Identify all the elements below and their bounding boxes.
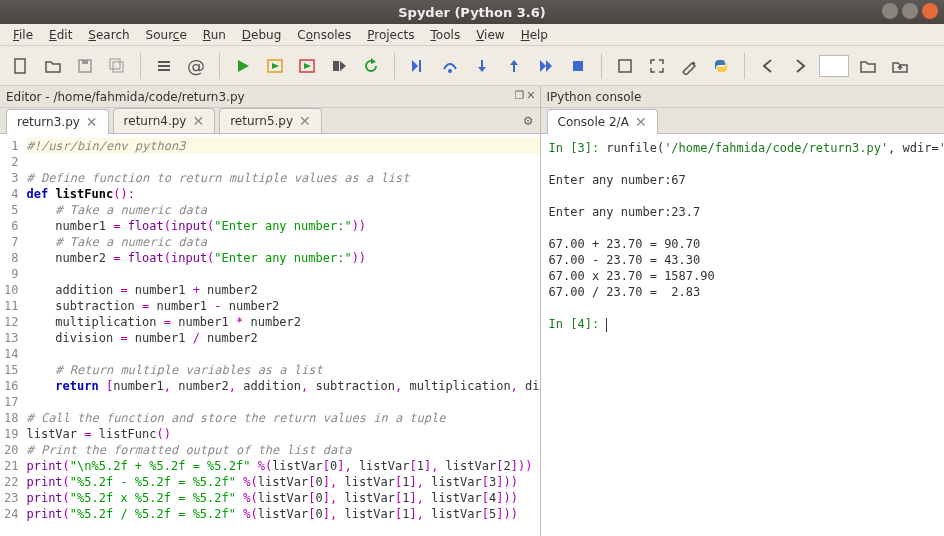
menu-run[interactable]: Run — [196, 26, 233, 44]
maximize-pane-icon[interactable] — [612, 53, 638, 79]
editor-tabbar: return3.py ✕ return4.py ✕ return5.py ✕ ⚙ — [0, 108, 540, 134]
code-line: subtraction = number1 - number2 — [26, 298, 539, 314]
save-icon[interactable] — [72, 53, 98, 79]
code-line: # Return multiple variables as a list — [26, 362, 539, 378]
tab-label: return4.py — [124, 114, 187, 128]
svg-rect-3 — [110, 59, 120, 69]
rerun-icon[interactable] — [358, 53, 384, 79]
code-line: multiplication = number1 * number2 — [26, 314, 539, 330]
code-line: print("\n%5.2f + %5.2f = %5.2f" %(listVa… — [26, 458, 539, 474]
svg-marker-23 — [540, 60, 546, 72]
new-file-icon[interactable] — [8, 53, 34, 79]
run-cell-icon[interactable] — [262, 53, 288, 79]
code-line: number2 = float(input("Enter any number:… — [26, 250, 539, 266]
list-icon[interactable] — [151, 53, 177, 79]
svg-marker-10 — [272, 63, 279, 69]
back-icon[interactable] — [755, 53, 781, 79]
code-editor[interactable]: 123456789101112131415161718192021222324 … — [0, 134, 540, 536]
close-tab-icon[interactable]: ✕ — [635, 114, 647, 130]
preferences-icon[interactable] — [676, 53, 702, 79]
menu-source[interactable]: Source — [139, 26, 194, 44]
code-line — [26, 154, 539, 170]
svg-point-18 — [448, 69, 452, 73]
code-line: # Print the formatted output of the list… — [26, 442, 539, 458]
menu-file[interactable]: File — [6, 26, 40, 44]
code-line: # Define function to return multiple val… — [26, 170, 539, 186]
menu-debug[interactable]: Debug — [235, 26, 288, 44]
restore-icon[interactable]: ❐ — [514, 89, 524, 102]
code-line: # Take a numeric data — [26, 202, 539, 218]
run-selection-icon[interactable] — [326, 53, 352, 79]
close-icon[interactable] — [922, 3, 938, 19]
open-file-icon[interactable] — [40, 53, 66, 79]
python-path-icon[interactable] — [708, 53, 734, 79]
menu-tools[interactable]: Tools — [424, 26, 468, 44]
tab-return5[interactable]: return5.py ✕ — [219, 108, 322, 133]
svg-rect-25 — [573, 61, 583, 71]
tab-return4[interactable]: return4.py ✕ — [113, 108, 216, 133]
console-pane-header: IPython console ❐✕ — [541, 86, 944, 108]
code-line: # Call the function and store the return… — [26, 410, 539, 426]
minimize-icon[interactable] — [882, 3, 898, 19]
parent-dir-icon[interactable] — [887, 53, 913, 79]
tab-console-2a[interactable]: Console 2/A ✕ — [547, 109, 658, 134]
code-line: print("%5.2f - %5.2f = %5.2f" %(listVar[… — [26, 474, 539, 490]
close-tab-icon[interactable]: ✕ — [192, 113, 204, 129]
svg-marker-8 — [238, 60, 249, 72]
close-pane-icon[interactable]: ✕ — [526, 89, 535, 102]
svg-rect-26 — [619, 60, 631, 72]
forward-icon[interactable] — [787, 53, 813, 79]
debug-step-into-icon[interactable] — [469, 53, 495, 79]
editor-pane: Editor - /home/fahmida/code/return3.py ❐… — [0, 86, 541, 536]
run-cell-advance-icon[interactable] — [294, 53, 320, 79]
close-tab-icon[interactable]: ✕ — [299, 113, 311, 129]
code-line: return [number1, number2, addition, subt… — [26, 378, 539, 394]
code-line: #!/usr/bin/env python3 — [26, 138, 539, 154]
menu-projects[interactable]: Projects — [360, 26, 421, 44]
code-line: division = number1 / number2 — [26, 330, 539, 346]
debug-step-over-icon[interactable] — [437, 53, 463, 79]
svg-marker-20 — [478, 67, 486, 72]
code-line — [26, 346, 539, 362]
maximize-icon[interactable] — [902, 3, 918, 19]
menu-view[interactable]: View — [469, 26, 511, 44]
debug-step-end-icon[interactable] — [405, 53, 431, 79]
working-dir-dropdown[interactable] — [819, 55, 849, 77]
ipython-console[interactable]: In [3]: runfile('/home/fahmida/code/retu… — [541, 134, 944, 536]
svg-marker-15 — [371, 58, 376, 64]
menu-help[interactable]: Help — [514, 26, 555, 44]
browse-dir-icon[interactable] — [855, 53, 881, 79]
tab-return3[interactable]: return3.py ✕ — [6, 109, 109, 134]
console-pane: IPython console ❐✕ Console 2/A ✕ ■ ✎ ⚙ I… — [541, 86, 944, 536]
editor-pane-header: Editor - /home/fahmida/code/return3.py ❐… — [0, 86, 540, 108]
titlebar: Spyder (Python 3.6) — [0, 0, 944, 24]
save-all-icon[interactable] — [104, 53, 130, 79]
svg-marker-14 — [340, 61, 346, 71]
run-icon[interactable] — [230, 53, 256, 79]
debug-continue-icon[interactable] — [533, 53, 559, 79]
editor-pane-title: Editor - /home/fahmida/code/return3.py — [6, 90, 245, 104]
debug-stop-icon[interactable] — [565, 53, 591, 79]
code-line: def listFunc(): — [26, 186, 539, 202]
svg-marker-12 — [304, 63, 311, 69]
svg-rect-13 — [333, 61, 339, 71]
close-tab-icon[interactable]: ✕ — [86, 114, 98, 130]
tab-label: Console 2/A — [558, 115, 629, 129]
at-icon[interactable]: @ — [183, 53, 209, 79]
menu-consoles[interactable]: Consoles — [290, 26, 358, 44]
fullscreen-icon[interactable] — [644, 53, 670, 79]
toolbar: @ — [0, 46, 944, 86]
console-tabbar: Console 2/A ✕ ■ ✎ ⚙ — [541, 108, 944, 134]
code-line: listVar = listFunc() — [26, 426, 539, 442]
menu-edit[interactable]: Edit — [42, 26, 79, 44]
debug-step-out-icon[interactable] — [501, 53, 527, 79]
code-line: # Take a numeric data — [26, 234, 539, 250]
svg-rect-2 — [82, 60, 88, 64]
gear-icon[interactable]: ⚙ — [523, 114, 534, 128]
svg-rect-0 — [15, 59, 25, 73]
code-line: addition = number1 + number2 — [26, 282, 539, 298]
svg-marker-22 — [510, 60, 518, 65]
menu-search[interactable]: Search — [81, 26, 136, 44]
code-line: number1 = float(input("Enter any number:… — [26, 218, 539, 234]
tab-label: return5.py — [230, 114, 293, 128]
